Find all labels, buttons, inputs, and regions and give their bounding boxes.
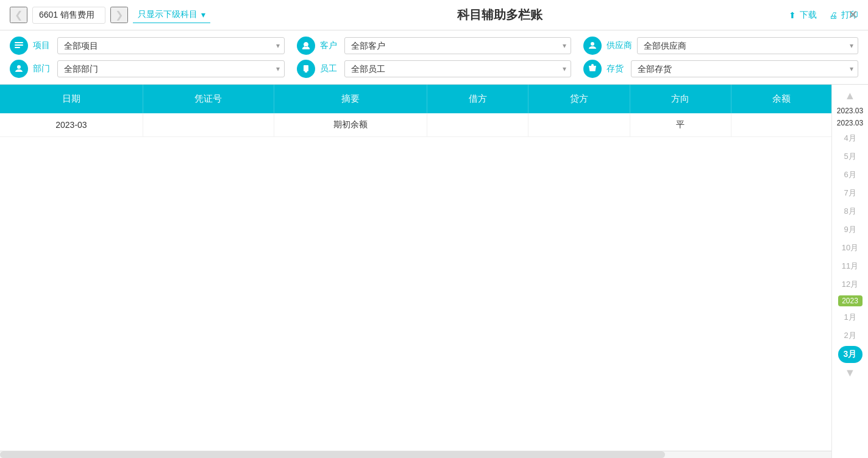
- svg-rect-1: [15, 44, 23, 46]
- department-select-wrapper: 全部部门 ▾: [57, 60, 285, 77]
- timeline-month-6[interactable]: 6月: [832, 166, 868, 184]
- timeline-month-9[interactable]: 9月: [832, 220, 868, 239]
- timeline-sidebar: ▲ 2023.03 2023.03 4月 5月 6月 7月 8月 9月 10月 …: [831, 85, 868, 458]
- inventory-label: 存货: [607, 63, 626, 74]
- filter-inventory: 存货 全部存货 ▾: [583, 60, 858, 78]
- filter-supplier: 供应商 全部供应商 ▾: [583, 37, 858, 55]
- svg-rect-0: [15, 42, 23, 43]
- employee-icon: [297, 60, 315, 78]
- filter-row-1: 项目 全部项目 ▾ 客户 全部客户: [10, 37, 858, 55]
- table-body: 2023-03 期初余额 平: [0, 113, 831, 137]
- filter-department: 部门 全部部门 ▾: [10, 60, 285, 78]
- employee-select[interactable]: 全部员工: [344, 60, 572, 77]
- main-content: 日期 凭证号 摘要 借方 贷方 方向 余额 2023-03: [0, 85, 868, 458]
- download-icon: ⬆: [789, 10, 796, 20]
- account-code-box: 6601 销售费用: [32, 7, 105, 24]
- filter-project: 项目 全部项目 ▾: [10, 37, 285, 55]
- project-select-wrapper: 全部项目 ▾: [57, 37, 285, 54]
- timeline-month-11[interactable]: 11月: [832, 257, 868, 275]
- employee-label: 员工: [320, 63, 340, 74]
- svg-point-4: [17, 65, 21, 69]
- scrollbar-thumb: [0, 451, 665, 458]
- customer-icon: [297, 37, 315, 55]
- table-header-row: 日期 凭证号 摘要 借方 贷方 方向 余额: [0, 85, 831, 113]
- main-window: ❮ 6601 销售费用 ❯ 只显示下级科目 ▾ 科目辅助多栏账 ⬆ 下载 🖨 打…: [0, 0, 868, 458]
- col-voucher: 凭证号: [143, 85, 274, 113]
- download-label: 下载: [800, 10, 817, 21]
- col-direction: 方向: [630, 85, 731, 113]
- col-date: 日期: [0, 85, 143, 113]
- filter-employee: 员工 全部员工 ▾: [297, 60, 572, 78]
- project-icon: [10, 37, 28, 55]
- table-row: 2023-03 期初余额 平: [0, 113, 831, 137]
- supplier-label: 供应商: [607, 40, 632, 51]
- cell-voucher: [143, 113, 274, 137]
- svg-rect-6: [305, 71, 307, 72]
- supplier-icon: [583, 37, 602, 55]
- title-actions: ⬆ 下载 🖨 打印 ✕: [789, 10, 858, 21]
- timeline-down-arrow[interactable]: ▼: [842, 364, 858, 382]
- timeline-month-1[interactable]: 1月: [832, 308, 868, 326]
- prev-account-button[interactable]: ❮: [10, 7, 27, 23]
- cell-debit: [427, 113, 528, 137]
- department-label: 部门: [33, 63, 52, 74]
- project-select[interactable]: 全部项目: [57, 37, 285, 54]
- svg-rect-5: [304, 65, 308, 71]
- timeline-up-arrow[interactable]: ▲: [842, 87, 858, 105]
- show-sub-label: 只显示下级科目: [138, 9, 197, 20]
- filter-customer: 客户 全部客户 ▾: [297, 37, 572, 55]
- cell-credit: [528, 113, 630, 137]
- timeline-month-12[interactable]: 12月: [832, 275, 868, 294]
- timeline-month-8[interactable]: 8月: [832, 202, 868, 220]
- show-sub-dropdown-button[interactable]: 只显示下级科目 ▾: [133, 7, 210, 23]
- supplier-select-wrapper: 全部供应商 ▾: [637, 37, 858, 54]
- inventory-select-wrapper: 全部存货 ▾: [631, 60, 858, 77]
- col-balance: 余额: [731, 85, 831, 113]
- department-select[interactable]: 全部部门: [57, 60, 285, 77]
- filter-section: 项目 全部项目 ▾ 客户 全部客户: [0, 30, 868, 85]
- project-label: 项目: [33, 40, 52, 51]
- chevron-down-icon: ▾: [201, 10, 205, 19]
- cell-date: 2023-03: [0, 113, 143, 137]
- supplier-select[interactable]: 全部供应商: [637, 37, 858, 54]
- col-debit: 借方: [427, 85, 528, 113]
- cell-summary: 期初余额: [274, 113, 427, 137]
- col-credit: 贷方: [528, 85, 630, 113]
- print-icon: 🖨: [829, 10, 838, 20]
- page-title: 科目辅助多栏账: [210, 7, 789, 23]
- employee-select-wrapper: 全部员工 ▾: [344, 60, 572, 77]
- timeline-period-sub[interactable]: 2023.03: [832, 117, 868, 129]
- close-button[interactable]: ✕: [848, 7, 858, 22]
- ledger-table: 日期 凭证号 摘要 借方 贷方 方向 余额 2023-03: [0, 85, 831, 137]
- title-bar: ❮ 6601 销售费用 ❯ 只显示下级科目 ▾ 科目辅助多栏账 ⬆ 下载 🖨 打…: [0, 0, 868, 30]
- inventory-icon: [583, 60, 602, 78]
- next-account-button[interactable]: ❯: [110, 7, 128, 23]
- svg-rect-2: [15, 47, 20, 48]
- download-button[interactable]: ⬆ 下载: [789, 10, 817, 21]
- department-icon: [10, 60, 28, 78]
- timeline-year-badge-2023[interactable]: 2023: [838, 295, 863, 306]
- timeline-month-4[interactable]: 4月: [832, 129, 868, 147]
- col-summary: 摘要: [274, 85, 427, 113]
- horizontal-scrollbar[interactable]: [0, 451, 831, 458]
- customer-label: 客户: [320, 40, 340, 51]
- title-bar-left: ❮ 6601 销售费用 ❯ 只显示下级科目 ▾: [10, 7, 210, 24]
- timeline-month-7[interactable]: 7月: [832, 184, 868, 202]
- table-container[interactable]: 日期 凭证号 摘要 借方 贷方 方向 余额 2023-03: [0, 85, 831, 451]
- timeline-month-2[interactable]: 2月: [832, 326, 868, 345]
- svg-point-3: [591, 42, 594, 46]
- timeline-month-10[interactable]: 10月: [832, 239, 868, 257]
- customer-select[interactable]: 全部客户: [344, 37, 572, 54]
- inventory-select[interactable]: 全部存货: [631, 60, 858, 77]
- timeline-month-5[interactable]: 5月: [832, 147, 868, 166]
- timeline-period-top[interactable]: 2023.03: [832, 105, 868, 117]
- customer-select-wrapper: 全部客户 ▾: [344, 37, 572, 54]
- timeline-month-3-active[interactable]: 3月: [838, 346, 863, 363]
- cell-balance: [731, 113, 831, 137]
- table-area: 日期 凭证号 摘要 借方 贷方 方向 余额 2023-03: [0, 85, 831, 458]
- filter-row-2: 部门 全部部门 ▾ 员工: [10, 60, 858, 78]
- cell-direction: 平: [630, 113, 731, 137]
